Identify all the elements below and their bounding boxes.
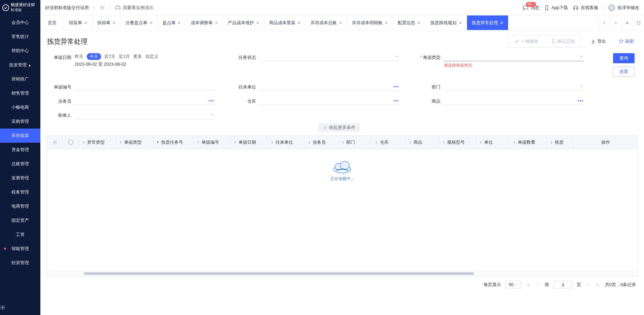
close-icon[interactable]: ✕ (178, 21, 181, 25)
column-header[interactable]: ▲▼往来单位 (267, 136, 305, 149)
column-header[interactable]: ▲▼异常类型 (79, 136, 116, 149)
tab[interactable]: 库存成本明细账✕ (347, 15, 393, 30)
close-icon[interactable]: ✕ (149, 21, 153, 25)
salesman-lookup[interactable] (75, 97, 215, 105)
sidebar-item[interactable]: 智能管理 (0, 242, 40, 256)
app-download-button[interactable]: App下载 (544, 5, 568, 11)
tab[interactable]: 商品成本重算✕ (264, 15, 306, 30)
sidebar-item[interactable]: 零售统计 (0, 30, 40, 44)
tab[interactable]: 分量盘点单✕ (121, 15, 158, 30)
tab[interactable]: 盘点单✕ (158, 15, 186, 30)
scrollbar-thumb[interactable] (84, 272, 474, 275)
column-header[interactable]: ▲▼单据编号 (193, 136, 230, 149)
tabs-scroll-left-button[interactable] (598, 15, 610, 30)
column-header[interactable]: ▲▼规格型号 (439, 136, 476, 149)
tab[interactable]: 拣货异常处理✕ (467, 15, 508, 30)
doc-type-select[interactable] (444, 53, 584, 61)
sidebar-item[interactable]: 库存核算 (0, 129, 40, 143)
column-header[interactable]: ▲▼拣货任务号 (153, 136, 193, 149)
close-icon[interactable]: ✕ (112, 21, 116, 25)
close-icon[interactable]: ✕ (459, 21, 462, 25)
close-icon[interactable]: ✕ (339, 21, 342, 25)
sidebar-item[interactable]: 发票管理 (0, 171, 40, 185)
sidebar-item[interactable]: 小畅电商 (0, 100, 40, 114)
tabs-scroll-right-button[interactable] (610, 15, 621, 30)
column-header[interactable]: ▲▼业务员 (305, 136, 338, 149)
column-header[interactable]: ▲▼部门 (338, 136, 372, 149)
tab[interactable]: 产品成本维护✕ (223, 15, 264, 30)
sidebar-item[interactable]: 会员中心 (0, 15, 40, 30)
tab[interactable]: 首页 (40, 15, 64, 30)
sidebar-item[interactable]: 总账管理 (0, 157, 40, 171)
sidebar-item[interactable]: 帮助中心 (0, 44, 40, 58)
tab[interactable]: 拣货路线规划✕ (426, 15, 467, 30)
more-icon[interactable]: ••• (393, 98, 399, 103)
sidebar-item[interactable]: 资金管理 (0, 143, 40, 157)
sidebar-item[interactable]: 经营管理 (0, 256, 40, 270)
dept-select[interactable] (444, 83, 584, 91)
sidebar-item[interactable]: 批发管理▲ (0, 58, 40, 72)
tenant-settings-icon[interactable] (100, 5, 105, 10)
sidebar-item[interactable]: 电商管理 (0, 199, 40, 213)
date-range-option[interactable]: 近1月 (119, 54, 130, 60)
sidebar-item[interactable]: 营销推广 (0, 72, 40, 86)
page-input[interactable] (554, 281, 572, 288)
date-range-option[interactable]: 更多 (133, 54, 142, 60)
tab[interactable]: 配置信息✕ (393, 15, 426, 30)
partner-lookup[interactable] (259, 83, 400, 91)
date-range-option[interactable]: 近7天 (104, 54, 115, 60)
date-range-option[interactable]: 昨天 (75, 54, 83, 60)
close-icon[interactable]: ✕ (297, 21, 301, 25)
close-icon[interactable]: ✕ (417, 21, 421, 25)
close-icon[interactable]: ✕ (84, 21, 87, 25)
warehouse-lookup[interactable] (259, 97, 400, 105)
tenant-switcher[interactable]: 好业财标准版交付试用 (45, 5, 96, 11)
horizontal-scrollbar[interactable] (47, 271, 638, 276)
refresh-button[interactable]: 刷新 (615, 37, 637, 46)
select-all-checkbox[interactable] (69, 140, 73, 144)
tab[interactable]: 拆卸单✕ (93, 15, 121, 30)
last-page-button[interactable]: ›| (595, 282, 600, 287)
sidebar-item[interactable]: 销售管理 (0, 86, 40, 100)
prev-page-button[interactable]: ‹ (536, 282, 540, 287)
tab[interactable]: 成本调整单✕ (186, 15, 223, 30)
column-header[interactable]: ▲▼仓库 (372, 136, 405, 149)
first-page-button[interactable]: |‹ (526, 282, 531, 287)
maker-select[interactable] (75, 111, 215, 119)
filter-settings-button[interactable]: 设置 (613, 67, 635, 77)
close-icon[interactable]: ✕ (256, 21, 259, 25)
messages-button[interactable]: 99 + 消息 (523, 5, 539, 11)
export-button[interactable]: 导出 (587, 37, 609, 46)
date-range-option[interactable]: 自定义 (145, 54, 158, 60)
more-icon[interactable]: ••• (578, 98, 583, 103)
user-menu[interactable]: 徐泽华修改 (608, 4, 639, 11)
close-icon[interactable]: ✕ (215, 21, 218, 25)
tab[interactable]: 组装单✕ (64, 15, 93, 30)
sidebar-item[interactable]: 税务管理 (0, 185, 40, 199)
tabs-fullscreen-button[interactable] (633, 15, 644, 30)
query-button[interactable]: 查询 (613, 53, 635, 63)
more-icon[interactable]: ••• (209, 98, 214, 103)
column-header[interactable]: ▲▼商品 (405, 136, 439, 149)
sidebar-item[interactable]: 工资 (0, 228, 40, 242)
doc-no-input[interactable] (75, 83, 215, 91)
sidebar-item[interactable]: 固定资产 (0, 213, 40, 228)
sidebar-item[interactable]: 采购管理 (0, 114, 40, 129)
tabs-close-button[interactable] (621, 15, 633, 30)
column-header[interactable]: ▲▼单据日期 (230, 136, 267, 149)
page-size-select[interactable]: 50 (506, 281, 521, 288)
tab[interactable]: 库存成本总账✕ (306, 15, 347, 30)
goods-lookup[interactable] (444, 97, 584, 105)
column-header[interactable]: ▲▼拣货 (547, 136, 574, 149)
more-icon[interactable]: ••• (393, 84, 399, 89)
collapse-filters-button[interactable]: 收起更多条件 (318, 123, 360, 132)
select-all-header[interactable] (63, 136, 79, 149)
customer-service-button[interactable]: 在线客服 (573, 5, 598, 11)
close-icon[interactable]: ✕ (385, 21, 388, 25)
demo-link[interactable]: 我要看实例演示 (115, 5, 153, 11)
task-status-select[interactable] (259, 53, 400, 61)
next-page-button[interactable]: › (586, 282, 590, 287)
column-header[interactable]: 操作 (574, 136, 638, 149)
column-header[interactable]: ▲▼单据数量 (510, 136, 547, 149)
sidebar-settings-icon[interactable] (0, 305, 40, 310)
